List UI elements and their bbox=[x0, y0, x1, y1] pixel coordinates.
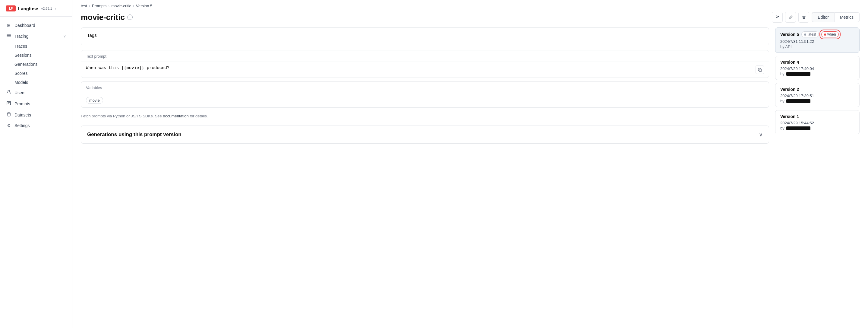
dashboard-icon: ⊞ bbox=[6, 23, 11, 28]
version-5-date: 2024/7/31 11:51:22 bbox=[780, 39, 855, 44]
sidebar-item-datasets[interactable]: Datasets bbox=[0, 109, 72, 120]
sidebar-label-models: Models bbox=[14, 80, 28, 85]
version-4-by: by bbox=[780, 71, 855, 76]
sidebar-label-datasets: Datasets bbox=[14, 113, 31, 117]
sidebar-label-scores: Scores bbox=[14, 71, 28, 76]
text-prompt-header: Text prompt bbox=[81, 50, 769, 62]
breadcrumb-movie-critic[interactable]: movie-critic bbox=[111, 4, 131, 8]
sidebar-item-tracing[interactable]: Tracing ∨ bbox=[0, 30, 72, 42]
sidebar-item-traces[interactable]: Traces bbox=[0, 42, 72, 51]
sidebar-label-settings: Settings bbox=[14, 123, 30, 128]
variables-body: movie bbox=[81, 93, 769, 108]
version-2-date: 2024/7/29 17:39:51 bbox=[780, 93, 855, 98]
edit-button[interactable] bbox=[785, 12, 796, 23]
sidebar-label-users: Users bbox=[14, 90, 26, 95]
sidebar-label-traces: Traces bbox=[14, 44, 27, 49]
tracing-chevron: ∨ bbox=[63, 34, 66, 38]
sidebar-nav: ⊞ Dashboard Tracing ∨ Traces Sessions Ge… bbox=[0, 17, 72, 328]
version-2-author bbox=[786, 99, 810, 103]
sidebar: LF Langfuse v2.65.1 ↑ ⊞ Dashboard Tracin… bbox=[0, 0, 72, 328]
version-1-author bbox=[786, 126, 810, 130]
breadcrumb-prompts[interactable]: Prompts bbox=[92, 4, 106, 8]
svg-point-3 bbox=[8, 90, 10, 92]
sidebar-item-scores[interactable]: Scores bbox=[0, 69, 72, 78]
version-item-2[interactable]: Version 2 2024/7/29 17:39:51 by bbox=[775, 83, 860, 107]
version-item-5[interactable]: Version 5 latest when 2024/7/31 11:51:22… bbox=[775, 27, 860, 53]
sidebar-item-prompts[interactable]: Prompts bbox=[0, 98, 72, 109]
svg-rect-1 bbox=[7, 35, 11, 36]
version-1-by: by bbox=[780, 126, 855, 130]
badge-when: when bbox=[821, 31, 839, 37]
version-2-by: by bbox=[780, 99, 855, 103]
version-5-header: Version 5 latest when bbox=[780, 31, 855, 37]
page-title-area: movie-critic i bbox=[81, 13, 133, 22]
datasets-icon bbox=[6, 112, 11, 118]
generations-header[interactable]: Generations using this prompt version ∨ bbox=[81, 126, 769, 143]
version-5-label: Version 5 bbox=[780, 32, 799, 37]
generations-title: Generations using this prompt version bbox=[87, 131, 182, 138]
tab-group: Editor Metrics bbox=[812, 12, 860, 22]
svg-point-5 bbox=[7, 113, 10, 114]
version-item-1[interactable]: Version 1 2024/7/29 15:44:52 by bbox=[775, 110, 860, 134]
version-2-header: Version 2 bbox=[780, 87, 855, 92]
copy-prompt-button[interactable] bbox=[755, 65, 764, 74]
page-title: movie-critic bbox=[81, 13, 125, 22]
sidebar-label-tracing: Tracing bbox=[14, 34, 28, 39]
version-1-date: 2024/7/29 15:44:52 bbox=[780, 121, 855, 125]
variables-card: Variables movie bbox=[81, 82, 769, 108]
svg-rect-6 bbox=[759, 69, 762, 71]
sidebar-item-dashboard[interactable]: ⊞ Dashboard bbox=[0, 20, 72, 30]
tags-title: Tags bbox=[87, 33, 763, 38]
sidebar-item-models[interactable]: Models bbox=[0, 78, 72, 87]
tab-editor[interactable]: Editor bbox=[812, 12, 834, 22]
sidebar-item-generations[interactable]: Generations bbox=[0, 60, 72, 69]
version-4-header: Version 4 bbox=[780, 60, 855, 65]
latest-dot bbox=[804, 33, 806, 36]
breadcrumb: test › Prompts › movie-critic › Version … bbox=[72, 0, 868, 9]
version-1-header: Version 1 bbox=[780, 114, 855, 119]
update-arrow: ↑ bbox=[55, 7, 56, 10]
sidebar-label-prompts: Prompts bbox=[14, 101, 30, 106]
version-4-author bbox=[786, 72, 810, 76]
tab-metrics[interactable]: Metrics bbox=[834, 12, 859, 22]
sidebar-item-settings[interactable]: ⚙ Settings bbox=[0, 120, 72, 131]
sidebar-item-sessions[interactable]: Sessions bbox=[0, 51, 72, 60]
flag-button[interactable] bbox=[772, 12, 783, 23]
documentation-link[interactable]: documentation bbox=[163, 114, 188, 118]
prompts-icon bbox=[6, 101, 11, 107]
generations-chevron: ∨ bbox=[759, 131, 763, 138]
sidebar-label-dashboard: Dashboard bbox=[14, 23, 35, 28]
breadcrumb-test[interactable]: test bbox=[81, 4, 87, 8]
versions-panel: Version 5 latest when 2024/7/31 11:51:22… bbox=[775, 27, 860, 320]
main-area: test › Prompts › movie-critic › Version … bbox=[72, 0, 868, 328]
sidebar-item-users[interactable]: Users bbox=[0, 87, 72, 98]
version-4-date: 2024/7/29 17:40:04 bbox=[780, 66, 855, 71]
breadcrumb-version5[interactable]: Version 5 bbox=[136, 4, 152, 8]
page-header: movie-critic i Editor Metrics bbox=[72, 9, 868, 27]
version-5-by: by API bbox=[780, 44, 855, 49]
delete-button[interactable] bbox=[798, 12, 809, 23]
users-icon bbox=[6, 90, 11, 95]
text-prompt-card: Text prompt When was this {{movie}} prod… bbox=[81, 50, 769, 78]
version-1-label: Version 1 bbox=[780, 114, 799, 119]
info-icon[interactable]: i bbox=[127, 14, 133, 20]
main-content: Tags Text prompt When was this {{movie}}… bbox=[81, 27, 769, 320]
when-dot bbox=[824, 33, 826, 36]
tracing-icon bbox=[6, 33, 11, 39]
tags-section: Tags bbox=[81, 27, 769, 45]
logo-area: LF Langfuse v2.65.1 ↑ bbox=[0, 0, 72, 17]
badge-latest: latest bbox=[801, 31, 819, 37]
version-item-4[interactable]: Version 4 2024/7/29 17:40:04 by bbox=[775, 56, 860, 80]
sidebar-label-sessions: Sessions bbox=[14, 53, 32, 58]
app-version: v2.65.1 bbox=[41, 7, 52, 10]
variables-header: Variables bbox=[81, 82, 769, 93]
fetch-info: Fetch prompts via Python or JS/TS SDKs. … bbox=[81, 111, 769, 121]
content-area: Tags Text prompt When was this {{movie}}… bbox=[72, 27, 868, 328]
svg-rect-2 bbox=[7, 36, 11, 37]
text-prompt-body: When was this {{movie}} produced? bbox=[81, 62, 769, 78]
svg-rect-0 bbox=[7, 34, 11, 35]
header-actions: Editor Metrics bbox=[772, 12, 860, 23]
app-name: Langfuse bbox=[18, 6, 38, 11]
version-2-label: Version 2 bbox=[780, 87, 799, 92]
sidebar-label-generations: Generations bbox=[14, 62, 37, 67]
